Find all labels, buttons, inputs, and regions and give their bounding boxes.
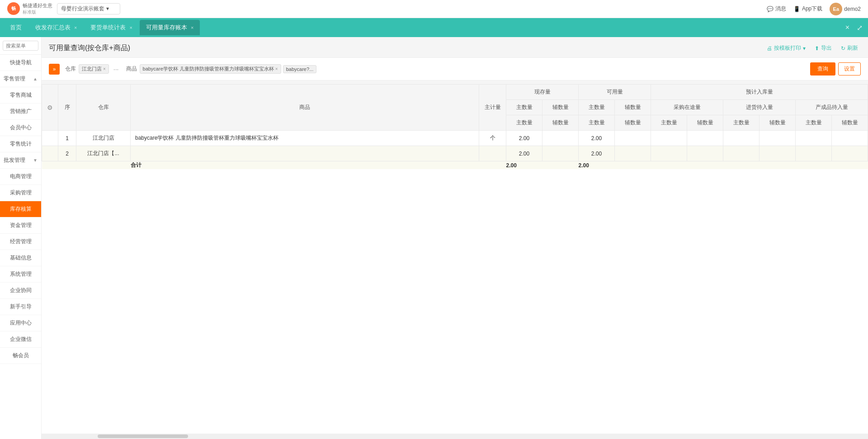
tab-available-stock[interactable]: 可用量库存账本 × (140, 20, 200, 35)
page-content: 可用量查询(按仓库+商品) 🖨 按模板打印 ▾ ⬆ 导出 ↻ 刷新 (42, 37, 868, 439)
query-button[interactable]: 查询 (810, 62, 835, 76)
sidebar-item-member-center[interactable]: 会员中心 (0, 120, 41, 136)
sidebar-item-purchase[interactable]: 采购管理 (0, 185, 41, 201)
sidebar-item-inventory[interactable]: 库存核算 (0, 201, 41, 217)
filter-product-label: 商品 (126, 65, 137, 73)
app-download-btn[interactable]: 📱 App下载 (793, 5, 822, 13)
print-btn[interactable]: 🖨 按模板打印 ▾ (764, 42, 808, 54)
sidebar-item-basic-info[interactable]: 基础信息 (0, 250, 41, 266)
expand-btn[interactable]: ⤢ (855, 22, 864, 34)
row2-purchase-pending-aux (760, 146, 796, 161)
row2-product (131, 146, 479, 161)
th-stock-aux-qty: 辅数量 (542, 100, 579, 115)
sidebar-item-system[interactable]: 系统管理 (0, 266, 41, 283)
warehouse-tag-close[interactable]: × (103, 66, 106, 71)
footer-stock-main: 2.00 (506, 161, 542, 170)
sidebar-item-vip[interactable]: 畅会员 (0, 348, 41, 364)
sidebar-item-retail-mgmt[interactable]: 零售管理 ▲ (0, 71, 41, 87)
sidebar-item-retail-stat[interactable]: 零售统计 (0, 136, 41, 152)
settings-button[interactable]: 设置 (838, 62, 861, 76)
sidebar-item-marketing[interactable]: 营销推广 (0, 104, 41, 120)
row2-warehouse: 江北门店【... (76, 146, 131, 161)
chevron-down-icon: ▼ (33, 158, 38, 163)
logo-text: 畅捷通好生意 标准版 (23, 2, 52, 15)
logo-area: 畅 畅捷通好生意 标准版 (7, 2, 52, 15)
row2-production-pending-aux (832, 146, 868, 161)
row2-stock-main: 2.00 (506, 146, 542, 161)
th-settings[interactable]: ⚙ (42, 85, 58, 131)
page-header: 可用量查询(按仓库+商品) 🖨 按模板打印 ▾ ⬆ 导出 ↻ 刷新 (42, 37, 868, 57)
refresh-btn[interactable]: ↻ 刷新 (838, 42, 861, 54)
sidebar-item-retail-mall[interactable]: 零售商城 (0, 87, 41, 104)
sidebar-search-area (0, 37, 41, 55)
th-purchase-transit: 采购在途量 (651, 100, 723, 115)
message-btn[interactable]: 💬 消息 (767, 5, 786, 13)
th-available-main-qty: 主数量 (579, 100, 615, 115)
product-tag-0-close[interactable]: × (275, 66, 278, 71)
filter-expand-btn[interactable]: » (49, 64, 60, 75)
th-avail-aux-qty-2: 辅数量 (615, 115, 651, 131)
tab-recv-send[interactable]: 收发存汇总表 × (29, 20, 83, 35)
user-area[interactable]: Ea demo2 (830, 3, 861, 15)
sidebar-item-ecommerce[interactable]: 电商管理 (0, 169, 41, 185)
chevron-down-icon: ▾ (803, 45, 806, 52)
tab-home[interactable]: 首页 (4, 20, 28, 35)
th-available: 可用量 (579, 85, 651, 100)
th-production-pending-aux: 辅数量 (832, 115, 868, 131)
gear-icon[interactable]: ⚙ (47, 104, 53, 111)
filter-more-btn[interactable]: ··· (112, 66, 121, 73)
close-all-btn[interactable]: × (844, 22, 851, 33)
th-current-stock: 现存量 (506, 85, 579, 100)
filter-warehouse-group: 仓库 江北门店 × ··· (65, 64, 121, 74)
chevron-icon: ▲ (33, 76, 38, 81)
table-row: 1 江北门店 babycare学饮杯 儿童防摔防撞吸管杯重力球吸嘴杯宝宝水杯 个… (42, 131, 868, 146)
sidebar-item-finance[interactable]: 资金管理 (0, 217, 41, 234)
th-stock-main-qty: 主数量 (506, 100, 542, 115)
table-container: ⚙ 序 仓库 商品 主计量 (42, 84, 868, 434)
sidebar-item-enterprise[interactable]: 企业协同 (0, 283, 41, 299)
th-purchase-pending-aux: 辅数量 (760, 115, 796, 131)
sidebar-item-operations[interactable]: 经营管理 (0, 234, 41, 250)
row-available-aux (615, 131, 651, 146)
sidebar-item-new-guide[interactable]: 新手引导 (0, 299, 41, 315)
tab-order-stat-close[interactable]: × (129, 25, 132, 30)
th-purchase-transit-aux: 辅数量 (687, 115, 723, 131)
page-actions: 🖨 按模板打印 ▾ ⬆ 导出 ↻ 刷新 (764, 42, 861, 54)
th-main-unit: 主计量 (479, 85, 506, 131)
sidebar-item-wholesale-mgmt[interactable]: 批发管理 ▼ (0, 152, 41, 169)
th-stock-main-qty-2: 主数量 (506, 115, 542, 131)
product-tag-0[interactable]: babycare学饮杯 儿童防摔防撞吸管杯重力球吸嘴杯宝宝水杯 × (140, 64, 281, 74)
row2-purchase-pending-main (723, 146, 760, 161)
horizontal-scrollbar[interactable] (98, 434, 188, 438)
sidebar-item-app-center[interactable]: 应用中心 (0, 315, 41, 331)
export-btn[interactable]: ⬆ 导出 (812, 42, 835, 54)
row2-purchase-transit-aux (687, 146, 723, 161)
tab-available-stock-close[interactable]: × (191, 25, 193, 30)
row-purchase-pending-main (723, 131, 760, 146)
tab-recv-send-close[interactable]: × (74, 25, 77, 30)
th-seq: 序 (58, 85, 76, 131)
row-production-pending-aux (832, 131, 868, 146)
row-settings (42, 131, 58, 146)
print-icon: 🖨 (767, 45, 772, 52)
product-tag-1[interactable]: babycare?... (283, 65, 317, 73)
th-purchase-pending-main: 主数量 (723, 115, 760, 131)
tenant-selector[interactable]: 母婴行业演示账套 ▾ (57, 3, 120, 14)
sidebar-item-quick-nav[interactable]: 快捷导航 (0, 55, 41, 71)
search-input[interactable] (3, 41, 38, 51)
warehouse-tag-0[interactable]: 江北门店 × (79, 64, 109, 74)
filter-product-tags: babycare学饮杯 儿童防摔防撞吸管杯重力球吸嘴杯宝宝水杯 × babyca… (140, 64, 317, 74)
row2-stock-aux (542, 146, 579, 161)
scroll-bar-area (42, 434, 868, 439)
row2-seq: 2 (58, 146, 76, 161)
filter-warehouse-tags: 江北门店 × (79, 64, 109, 74)
row-purchase-transit-main (651, 131, 687, 146)
tab-order-stat[interactable]: 要货单统计表 × (84, 20, 138, 35)
row-purchase-transit-aux (687, 131, 723, 146)
th-production-pending-main: 主数量 (796, 115, 832, 131)
header-left: 畅 畅捷通好生意 标准版 母婴行业演示账套 ▾ (7, 2, 120, 15)
sidebar-item-enterprise-wx[interactable]: 企业微信 (0, 331, 41, 348)
message-icon: 💬 (767, 6, 774, 12)
th-stock-aux-qty-2: 辅数量 (542, 115, 579, 131)
th-purchase-transit-main: 主数量 (651, 115, 687, 131)
